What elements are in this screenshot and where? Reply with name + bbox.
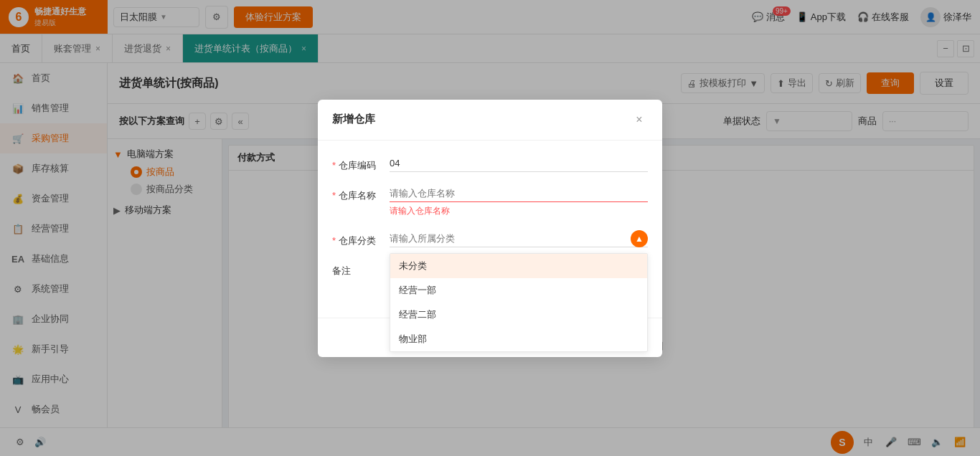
category-input[interactable] [390,230,648,247]
code-control [390,155,648,172]
form-row-code: * 仓库编码 [332,155,648,172]
dropdown-item-uncategorized[interactable]: 未分类 [390,254,647,278]
dialog-header: 新增仓库 × [318,100,662,141]
name-control: 请输入仓库名称 [390,185,648,217]
notes-label: 备注 [332,260,390,277]
name-error-msg: 请输入仓库名称 [390,205,648,217]
dialog-close-btn[interactable]: × [631,111,648,128]
category-label: * 仓库分类 [332,230,390,247]
category-control: ▲ 未分类 经营一部 经营二部 物业部 [390,230,648,247]
dialog-body: * 仓库编码 * 仓库名称 请输入仓库名称 [318,141,662,318]
dialog-overlay: 新增仓库 × * 仓库编码 * 仓库名称 [0,0,980,456]
category-dropdown-btn[interactable]: ▲ [631,230,648,247]
dialog-title: 新增仓库 [332,113,375,126]
dialog-new-warehouse: 新增仓库 × * 仓库编码 * 仓库名称 [318,100,662,357]
dropdown-item-dept2[interactable]: 经营二部 [390,303,647,327]
form-row-category: * 仓库分类 ▲ 未分类 经营一部 经营二部 物业部 [332,230,648,247]
category-dropdown: 未分类 经营一部 经营二部 物业部 [390,253,648,352]
code-input[interactable] [390,155,648,172]
name-label: * 仓库名称 [332,185,390,202]
dropdown-item-dept1[interactable]: 经营一部 [390,278,647,303]
code-label: * 仓库编码 [332,155,390,172]
form-row-name: * 仓库名称 请输入仓库名称 [332,185,648,217]
dropdown-item-property[interactable]: 物业部 [390,327,647,351]
name-input[interactable] [390,185,648,202]
